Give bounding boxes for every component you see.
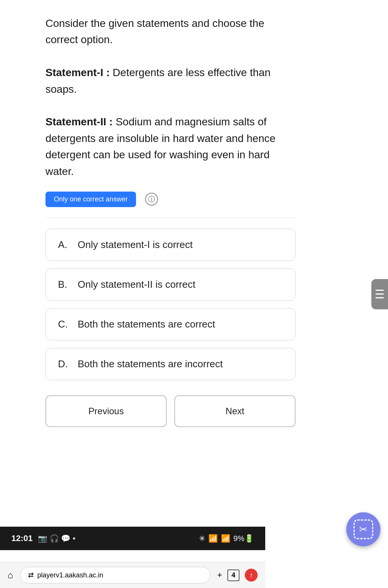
battery-text: 9%🔋 <box>233 534 254 543</box>
question-intro: Consider the given statements and choose… <box>45 17 264 45</box>
option-d-letter: D. <box>58 358 69 370</box>
answer-type-badge: Only one correct answer <box>45 192 136 207</box>
home-icon[interactable]: ⌂ <box>8 570 13 580</box>
signal-icon: 📶 <box>221 534 230 543</box>
option-d-text: Both the statements are incorrect <box>78 358 223 370</box>
status-time: 12:01 <box>11 533 33 543</box>
url-box[interactable]: ⇄ playerv1.aakash.ac.in <box>20 567 211 583</box>
side-handle[interactable] <box>371 279 388 309</box>
option-a-text: Only statement-I is correct <box>78 239 192 251</box>
option-a-letter: A. <box>58 239 69 251</box>
next-button[interactable]: Next <box>174 395 296 427</box>
option-a[interactable]: A. Only statement-I is correct <box>45 229 296 261</box>
browser-bar-icons: + 4 ↑ <box>217 569 258 582</box>
browser-bar: ⌂ ⇄ playerv1.aakash.ac.in + 4 ↑ <box>0 562 265 588</box>
fab-inner: ✂ <box>354 519 373 539</box>
tab-icon: ⇄ <box>28 571 34 579</box>
status-bar-left: 12:01 📷 🎧 💬 • <box>11 533 75 543</box>
bluetooth-icon: ✳ <box>199 534 205 543</box>
upload-icon[interactable]: ↑ <box>245 569 258 582</box>
question-text: Consider the given statements and choose… <box>45 15 296 179</box>
info-icon[interactable]: ⓘ <box>145 193 158 206</box>
status-bar: 12:01 📷 🎧 💬 • ✳ 📶 📶 9%🔋 <box>0 527 265 550</box>
wifi-icon: 📶 <box>208 534 218 543</box>
handle-line-2 <box>375 293 384 295</box>
option-c[interactable]: C. Both the statements are correct <box>45 308 296 340</box>
option-b[interactable]: B. Only statement-II is correct <box>45 268 296 301</box>
plus-icon[interactable]: + <box>217 570 222 580</box>
option-b-text: Only statement-II is correct <box>78 279 196 290</box>
scissors-icon: ✂ <box>359 524 368 535</box>
previous-button[interactable]: Previous <box>45 395 167 427</box>
status-right-icons: ✳ 📶 📶 9%🔋 <box>199 534 254 543</box>
fab-button[interactable]: ✂ <box>346 512 380 546</box>
divider <box>45 218 296 218</box>
url-text: playerv1.aakash.ac.in <box>38 571 103 579</box>
option-d[interactable]: D. Both the statements are incorrect <box>45 348 296 380</box>
tab-count-box[interactable]: 4 <box>227 569 239 581</box>
option-b-letter: B. <box>58 279 69 290</box>
option-c-text: Both the statements are correct <box>78 318 215 330</box>
nav-buttons: Previous Next <box>45 395 296 427</box>
handle-line-1 <box>375 290 384 291</box>
options-list: A. Only statement-I is correct B. Only s… <box>45 229 296 380</box>
side-handle-lines <box>375 290 384 298</box>
answer-type-row: Only one correct answer ⓘ <box>45 192 296 207</box>
statement2-label: Statement-II : <box>45 116 116 128</box>
handle-line-3 <box>375 297 384 298</box>
option-c-letter: C. <box>58 318 69 330</box>
status-icons: 📷 🎧 💬 • <box>38 534 75 543</box>
statement1-label: Statement-I : <box>45 67 113 78</box>
